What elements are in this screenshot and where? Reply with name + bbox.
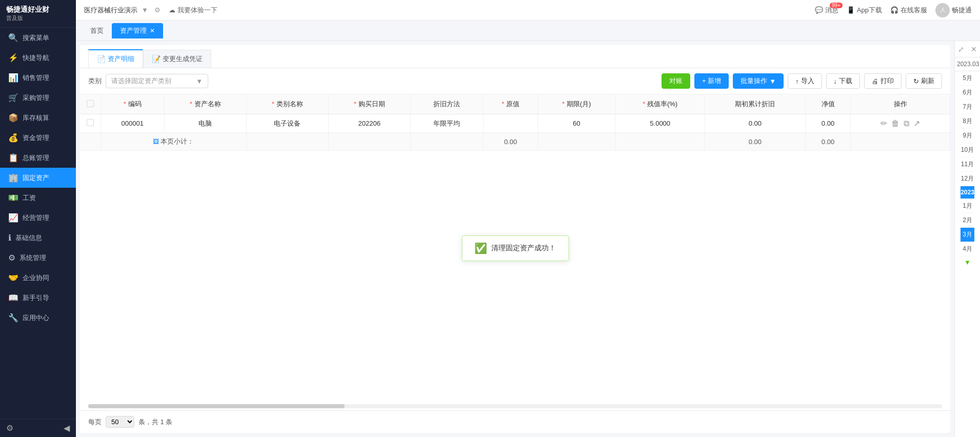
- download-button[interactable]: ↓ 下载: [826, 73, 861, 89]
- sidebar-item-salary[interactable]: 💵工资: [0, 188, 76, 208]
- sidebar-item-purchase[interactable]: 🛒采购管理: [0, 88, 76, 108]
- experience-btn[interactable]: ☁ 我要体验一下: [169, 6, 217, 15]
- sidebar-label-finance: 资金管理: [23, 133, 49, 143]
- col-code: 编码: [101, 94, 164, 114]
- sidebar-item-guide[interactable]: 📖新手引导: [0, 288, 76, 308]
- month-3月[interactable]: 3月: [961, 228, 974, 242]
- select-all-checkbox[interactable]: [87, 100, 94, 107]
- select-all-header[interactable]: [80, 94, 101, 114]
- row-residual-rate: 5.0000: [615, 114, 705, 133]
- delete-icon[interactable]: 🗑: [891, 119, 899, 128]
- col-accumulated-depreciation: 期初累计折旧: [705, 94, 806, 114]
- row-name: 电脑: [164, 114, 246, 133]
- asset-table: 编码 资产名称 类别名称 购买日期 折旧方法 原值 期限(月) 残值率(%) 期…: [80, 94, 950, 151]
- experience-icon: ☁: [169, 6, 175, 14]
- sidebar-item-finance[interactable]: 💰资金管理: [0, 128, 76, 148]
- right-panel-year: 2023.03: [955, 57, 980, 71]
- logo-sub: 普及版: [6, 14, 70, 22]
- row-purchase-date: 202206: [328, 114, 410, 133]
- right-panel-down-arrow[interactable]: ▼: [961, 256, 974, 268]
- year-label[interactable]: 2023: [961, 186, 974, 199]
- sidebar-item-search[interactable]: 🔍搜索菜单: [0, 28, 76, 48]
- right-panel-close-icon[interactable]: ✕: [971, 45, 977, 53]
- tab-close-icon[interactable]: ✕: [150, 27, 155, 34]
- sidebar-label-system: 系统管理: [19, 253, 46, 263]
- row-checkbox-cell[interactable]: [80, 114, 101, 133]
- salary-icon: 💵: [8, 193, 18, 203]
- refresh-button[interactable]: ↻ 刷新: [906, 73, 942, 89]
- content-area: 📄 资产明细 📝 变更生成凭证 类别 请选择固定资产类别 ▼: [76, 41, 980, 437]
- print-button[interactable]: 🖨 打印: [864, 73, 902, 89]
- month-5月[interactable]: 5月: [961, 71, 974, 86]
- sub-tab-asset-detail[interactable]: 📄 资产明细: [88, 49, 143, 68]
- month-9月[interactable]: 9月: [961, 129, 974, 143]
- horizontal-scrollbar[interactable]: [80, 402, 950, 410]
- new-button[interactable]: + 新增: [694, 73, 729, 89]
- success-message: 清理固定资产成功！: [491, 244, 556, 253]
- sidebar-item-fixed-assets[interactable]: 🏢固定资产: [0, 168, 76, 188]
- tab-home[interactable]: 首页: [84, 23, 110, 38]
- col-purchase-date: 购买日期: [328, 94, 410, 114]
- col-net-value: 净值: [805, 94, 851, 114]
- toolbar: 类别 请选择固定资产类别 ▼ 对账 + 新增: [80, 68, 950, 94]
- asset-detail-icon: 📄: [97, 55, 106, 63]
- sidebar-item-ledger[interactable]: 📋总账管理: [0, 148, 76, 168]
- per-page-select[interactable]: 50 100: [106, 416, 134, 428]
- category-select[interactable]: 请选择固定资产类别 ▼: [106, 74, 208, 88]
- month-12月[interactable]: 12月: [961, 172, 974, 186]
- total-count: 条，共 1 条: [138, 418, 172, 427]
- download-icon: ↓: [834, 77, 837, 85]
- month-2月[interactable]: 2月: [961, 213, 974, 228]
- online-service-btn[interactable]: 🎧 在线客服: [890, 6, 927, 15]
- sidebar-label-quick-nav: 快捷导航: [23, 53, 49, 63]
- sidebar-item-inventory[interactable]: 📦库存核算: [0, 108, 76, 128]
- right-panel-header: ⤢ ✕: [955, 41, 980, 57]
- logo-text: 畅捷通好业财: [6, 5, 70, 14]
- import-button[interactable]: ↑ 导入: [788, 73, 822, 89]
- sidebar-item-operations[interactable]: 📈经营管理: [0, 208, 76, 228]
- inventory-icon: 📦: [8, 113, 18, 123]
- main-area: 医疗器械行业演示 ▼ ⚙ ☁ 我要体验一下 💬 消息 99+ 📱 App下载 🎧…: [76, 0, 980, 437]
- reconcile-button[interactable]: 对账: [662, 73, 690, 89]
- copy-icon[interactable]: ⧉: [904, 119, 909, 128]
- right-panel-months: 5月6月7月8月9月10月11月12月20231月2月3月4月▼: [961, 71, 974, 268]
- month-8月[interactable]: 8月: [961, 114, 974, 129]
- inner-content: 📄 资产明细 📝 变更生成凭证 类别 请选择固定资产类别 ▼: [80, 45, 950, 433]
- more-icon[interactable]: ↗: [913, 118, 920, 128]
- category-select-placeholder: 请选择固定资产类别: [111, 76, 171, 86]
- message-badge: 99+: [830, 3, 843, 8]
- collapse-icon[interactable]: ◀: [64, 423, 70, 433]
- sub-tab-change-voucher[interactable]: 📝 变更生成凭证: [143, 50, 211, 68]
- settings-footer-icon[interactable]: ⚙: [6, 423, 13, 433]
- month-11月[interactable]: 11月: [961, 157, 974, 172]
- company-dropdown-icon[interactable]: ▼: [142, 6, 148, 14]
- batch-button[interactable]: 批量操作 ▼: [733, 73, 784, 89]
- month-7月[interactable]: 7月: [961, 100, 974, 114]
- month-4月[interactable]: 4月: [961, 242, 974, 256]
- sidebar-item-enterprise[interactable]: 🤝企业协同: [0, 268, 76, 288]
- expand-icon[interactable]: ⤢: [958, 45, 964, 53]
- sidebar-item-system[interactable]: ⚙系统管理: [0, 248, 76, 268]
- quick-nav-icon: ⚡: [8, 53, 18, 63]
- row-checkbox[interactable]: [87, 119, 94, 126]
- company-settings-icon[interactable]: ⚙: [154, 6, 161, 14]
- user-profile[interactable]: 人 畅捷通: [935, 3, 972, 17]
- edit-icon[interactable]: ✏: [881, 118, 887, 128]
- success-check-icon: ✅: [474, 242, 487, 254]
- scrollbar-thumb[interactable]: [88, 404, 345, 408]
- message-btn[interactable]: 💬 消息 99+: [815, 6, 838, 15]
- tab-asset-management[interactable]: 资产管理 ✕: [112, 23, 163, 38]
- row-period: 60: [538, 114, 615, 133]
- app-download-btn[interactable]: 📱 App下载: [847, 6, 882, 15]
- sidebar-item-app-center[interactable]: 🔧应用中心: [0, 308, 76, 328]
- sidebar-item-sales[interactable]: 📊销售管理: [0, 68, 76, 88]
- sidebar-label-app-center: 应用中心: [23, 313, 49, 323]
- month-6月[interactable]: 6月: [961, 86, 974, 100]
- subtotal-accumulated: 0.00: [705, 133, 806, 151]
- sidebar-item-basic-info[interactable]: ℹ基础信息: [0, 228, 76, 248]
- sidebar-item-quick-nav[interactable]: ⚡快捷导航: [0, 48, 76, 68]
- month-10月[interactable]: 10月: [961, 143, 974, 157]
- month-1月[interactable]: 1月: [961, 199, 974, 213]
- subtotal-original: 0.00: [483, 133, 537, 151]
- app-center-icon: 🔧: [8, 313, 18, 323]
